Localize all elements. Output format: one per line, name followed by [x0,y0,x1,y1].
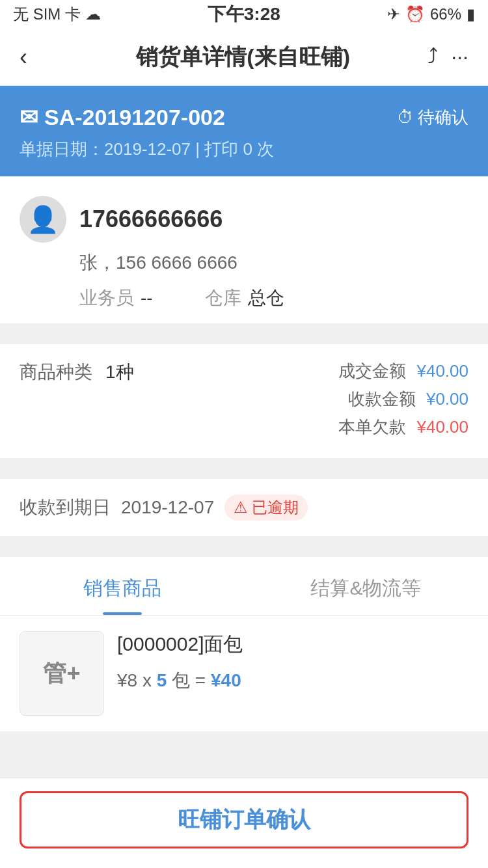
page-title: 销货单详情(来自旺铺) [136,42,350,72]
amount-label: 成交金额 [338,360,406,383]
customer-phone: 17666666666 [79,206,223,233]
product-unit-price: ¥8 [117,670,137,690]
amount-row: 成交金额 ¥40.00 [338,360,468,383]
sales-value: -- [141,288,153,308]
avatar: 👤 [20,196,66,243]
order-id: ✉ SA-20191207-002 [20,104,225,130]
status-right: ✈ ⏰ 66% ▮ [387,5,475,23]
product-logo: 管+ [43,658,80,690]
overdue-badge: ⚠ 已逾期 [224,495,308,521]
warehouse-meta: 仓库 总仓 [205,286,284,310]
product-unit: 包 [172,670,190,690]
product-price: ¥8 x 5 包 = ¥40 [117,668,468,693]
warehouse-value: 总仓 [248,286,284,310]
tabs-header: 销售商品 结算&物流等 [0,557,488,616]
nav-bar: ‹ 销货单详情(来自旺铺) ⤴ ··· [0,29,488,86]
overdue-icon: ⚠ [234,498,248,517]
equals-sign: = [195,670,206,690]
received-row: 收款金额 ¥0.00 [348,388,468,411]
product-image: 管+ [20,631,104,716]
customer-meta: 业务员 -- 仓库 总仓 [79,286,468,310]
divider-1 [0,334,488,344]
more-icon[interactable]: ··· [451,45,468,69]
product-section: 管+ [0000002]面包 ¥8 x 5 包 = ¥40 [0,616,488,731]
nav-actions: ⤴ ··· [427,45,468,69]
product-qty: 5 [157,670,167,690]
duedate-label: 收款到期日 [20,495,111,520]
received-value: ¥0.00 [426,389,468,409]
sim-wifi-status: 无 SIM 卡 ☁ [13,4,101,25]
warehouse-label: 仓库 [205,286,241,310]
order-status: ⏱ 待确认 [397,106,468,129]
alarm-icon: ⏰ [405,5,425,23]
avatar-icon: 👤 [27,204,59,235]
order-header: ✉ SA-20191207-002 ⏱ 待确认 单据日期：2019-12-07 … [0,86,488,176]
order-date: 单据日期：2019-12-07 | 打印 0 次 [20,138,468,161]
battery-icon: ▮ [467,5,475,23]
tab-sales-product[interactable]: 销售商品 [0,557,244,615]
owed-row: 本单欠款 ¥40.00 [338,416,468,439]
product-name: [0000002]面包 [117,631,468,658]
status-bar: 无 SIM 卡 ☁ 下午3:28 ✈ ⏰ 66% ▮ [0,0,488,29]
bottom-bar: 旺铺订单确认 [0,778,488,868]
customer-section: 👤 17666666666 张，156 6666 6666 业务员 -- 仓库 … [0,176,488,323]
back-button[interactable]: ‹ [20,44,59,71]
status-time: 下午3:28 [208,2,280,27]
share-icon[interactable]: ⤴ [427,45,438,69]
product-details: [0000002]面包 ¥8 x 5 包 = ¥40 [117,631,468,693]
order-icon: ✉ [20,104,38,130]
battery-level: 66% [430,5,461,23]
status-left: 无 SIM 卡 ☁ [13,4,101,25]
divider-2 [0,468,488,479]
duedate-value: 2019-12-07 [121,497,214,518]
customer-info: 张，156 6666 6666 [79,251,468,275]
product-type-label: 商品种类 [20,360,92,385]
status-clock-icon: ⏱ [397,107,414,128]
owed-label: 本单欠款 [338,416,406,439]
divider-3 [0,547,488,557]
confirm-order-button[interactable]: 旺铺订单确认 [20,791,468,848]
sales-label: 业务员 [79,286,134,310]
tabs-section: 销售商品 结算&物流等 管+ [0000002]面包 ¥8 x 5 包 = ¥4… [0,557,488,731]
location-icon: ✈ [387,5,400,23]
tab-settlement[interactable]: 结算&物流等 [244,557,488,615]
overdue-text: 已逾期 [252,497,299,518]
product-multiply: x [142,670,152,690]
duedate-section: 收款到期日 2019-12-07 ⚠ 已逾期 [0,479,488,536]
sales-meta: 业务员 -- [79,286,153,310]
received-label: 收款金额 [348,388,416,411]
product-type-value: 1种 [105,360,134,385]
owed-value: ¥40.00 [416,417,468,437]
product-total: ¥40 [211,670,241,690]
amount-value: ¥40.00 [416,361,468,381]
summary-section: 商品种类 1种 成交金额 ¥40.00 收款金额 ¥0.00 本单欠款 ¥40.… [0,344,488,458]
